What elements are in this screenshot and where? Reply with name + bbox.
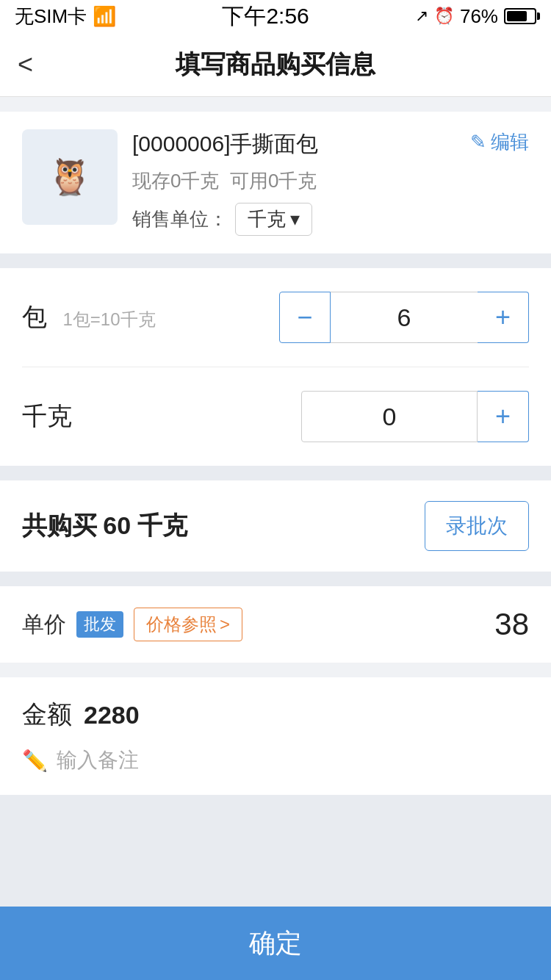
wifi-icon: 📶 xyxy=(93,5,116,28)
price-label-area: 单价 批发 价格参照 > xyxy=(22,608,242,641)
amount-value: 2280 xyxy=(84,701,140,729)
amount-section: 金额 2280 ✏️ 输入备注 xyxy=(0,677,551,795)
bao-label-area: 包 1包=10千克 xyxy=(22,300,279,334)
carrier-text: 无SIM卡 xyxy=(15,4,87,29)
product-card: 🦉 [0000006]手撕面包 现存0千克 可用0千克 销售单位： 千克 ▾ ✎… xyxy=(0,112,551,253)
remark-placeholder: 输入备注 xyxy=(57,746,139,774)
status-time: 下午2:56 xyxy=(222,1,309,32)
price-badge: 批发 xyxy=(76,611,123,638)
amount-label: 金额 xyxy=(22,698,72,732)
bao-input[interactable] xyxy=(331,292,478,343)
bao-hint: 1包=10千克 xyxy=(62,309,155,329)
product-stock: 现存0千克 可用0千克 xyxy=(132,168,529,194)
status-carrier: 无SIM卡 📶 xyxy=(15,4,116,29)
product-image: 🦉 xyxy=(22,129,118,225)
confirm-button[interactable]: 确定 xyxy=(0,907,551,980)
section-divider-3 xyxy=(0,572,551,586)
kg-input[interactable] xyxy=(301,391,478,442)
nav-bar: < 填写商品购买信息 xyxy=(0,32,551,97)
section-divider-1 xyxy=(0,253,551,268)
bao-row: 包 1包=10千克 − + xyxy=(22,268,529,367)
price-label: 单价 xyxy=(22,610,66,640)
chevron-right-icon: > xyxy=(220,614,230,635)
unit-selector[interactable]: 千克 ▾ xyxy=(235,203,312,236)
batch-button[interactable]: 录批次 xyxy=(425,501,529,551)
remark-row[interactable]: ✏️ 输入备注 xyxy=(22,746,529,774)
total-text: 共购买 60 千克 xyxy=(22,509,187,543)
quantity-section: 包 1包=10千克 − + 千克 + xyxy=(0,268,551,466)
edit-button[interactable]: ✎ 编辑 xyxy=(470,129,529,155)
page-title: 填写商品购买信息 xyxy=(176,48,375,82)
price-row: 单价 批发 价格参照 > 38 xyxy=(22,607,529,642)
chevron-down-icon: ▾ xyxy=(290,208,300,231)
amount-row: 金额 2280 xyxy=(22,698,529,732)
location-icon: ↗ xyxy=(415,7,428,26)
edit-icon: ✎ xyxy=(470,131,486,154)
product-unit: 销售单位： 千克 ▾ xyxy=(132,203,529,236)
bao-control: − + xyxy=(279,292,529,343)
price-section: 单价 批发 价格参照 > 38 xyxy=(0,586,551,663)
pencil-icon: ✏️ xyxy=(22,749,48,773)
price-value: 38 xyxy=(494,607,529,642)
kg-row: 千克 + xyxy=(22,367,529,466)
product-logo-icon: 🦉 xyxy=(48,156,92,198)
battery-percent: 76% xyxy=(460,5,498,28)
kg-label: 千克 xyxy=(22,400,301,433)
bao-minus-button[interactable]: − xyxy=(279,292,331,343)
price-reference-button[interactable]: 价格参照 > xyxy=(134,608,242,641)
status-bar: 无SIM卡 📶 下午2:56 ↗ ⏰ 76% xyxy=(0,0,551,32)
product-name: [0000006]手撕面包 xyxy=(132,129,529,159)
battery-icon xyxy=(504,8,536,24)
back-button[interactable]: < xyxy=(18,49,33,80)
alarm-icon: ⏰ xyxy=(434,7,454,26)
battery-fill xyxy=(507,11,527,21)
kg-plus-button[interactable]: + xyxy=(478,391,529,442)
status-right: ↗ ⏰ 76% xyxy=(415,5,536,28)
bao-plus-button[interactable]: + xyxy=(478,292,529,343)
kg-control: + xyxy=(301,391,529,442)
total-row: 共购买 60 千克 录批次 xyxy=(0,480,551,572)
section-divider-2 xyxy=(0,466,551,480)
product-info: [0000006]手撕面包 现存0千克 可用0千克 销售单位： 千克 ▾ xyxy=(132,129,529,236)
